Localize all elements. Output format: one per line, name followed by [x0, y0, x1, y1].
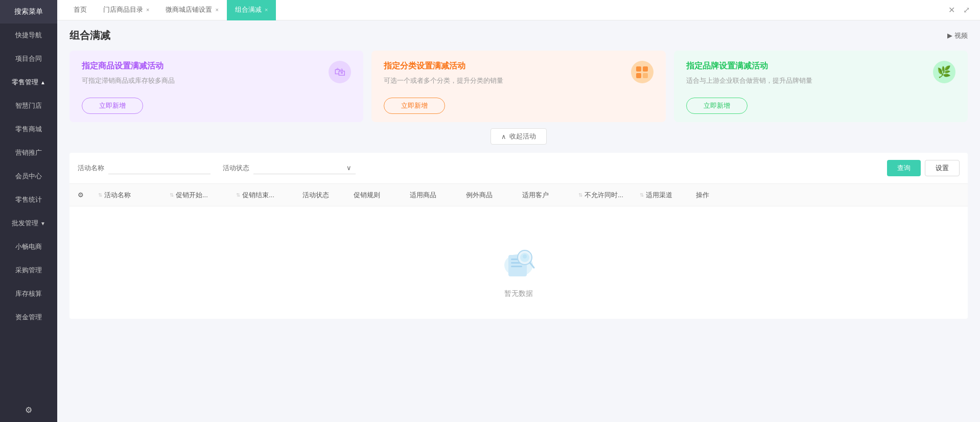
sort-icon-start: ⇅ [170, 192, 174, 198]
page-title: 组合满减 [69, 29, 110, 42]
filter-status: 活动状态 ∨ [223, 162, 356, 174]
sidebar-item-project-contract[interactable]: 项目合同 [0, 47, 57, 71]
sidebar-settings[interactable]: ⚙ [0, 398, 57, 422]
sidebar-item-member-center[interactable]: 会员中心 [0, 165, 57, 188]
empty-icon [493, 237, 544, 283]
chevron-down-icon: ▼ [40, 221, 45, 226]
empty-state: 暂无数据 [69, 206, 968, 319]
sidebar-item-xiaochangec[interactable]: 小畅电商 [0, 235, 57, 259]
play-icon: ▶ [947, 32, 952, 39]
close-window-button[interactable]: ✕ [946, 3, 957, 17]
sidebar-item-retail-mall[interactable]: 零售商城 [0, 118, 57, 141]
collapse-bar: ∧ 收起活动 [69, 128, 968, 145]
tab-bar: 首页 门店商品目录 × 微商城店铺设置 × 组合满减 × ✕ ⤢ [57, 0, 980, 20]
grid-cell-tl [636, 66, 641, 72]
th-rule: 促销规则 [349, 191, 406, 200]
expand-window-button[interactable]: ⤢ [961, 3, 972, 17]
th-goods: 适用商品 [406, 191, 462, 200]
main-area: 首页 门店商品目录 × 微商城店铺设置 × 组合满减 × ✕ ⤢ 组合满减 ▶ … [57, 0, 980, 422]
card-category: 指定分类设置满减活动 可选一个或者多个分类，提升分类的销量 立即新增 [371, 51, 665, 122]
card-brand-icon: 🌿 [933, 61, 955, 83]
empty-text: 暂无数据 [504, 289, 533, 298]
sort-icon-noallow: ⇅ [578, 192, 582, 198]
card-product-btn[interactable]: 立即新增 [82, 98, 143, 114]
filter-row: 活动名称 活动状态 ∨ 查询 设置 [69, 153, 968, 184]
tab-close-combo-discount[interactable]: × [265, 7, 268, 13]
sidebar-search[interactable]: 搜索菜单 [0, 0, 57, 24]
card-brand: 指定品牌设置满减活动 适合与上游企业联合做营销，提升品牌销量 🌿 立即新增 [674, 51, 968, 122]
table-header: ⚙ ⇅ 活动名称 ⇅ 促销开始... ⇅ 促销结束... 活动状态 [69, 184, 968, 206]
filter-name-label: 活动名称 [78, 163, 104, 173]
tab-close-store-catalog[interactable]: × [146, 7, 149, 13]
sort-icon-channel: ⇅ [640, 192, 644, 198]
card-category-title: 指定分类设置满减活动 [384, 61, 653, 72]
tab-combo-discount[interactable]: 组合满减 × [227, 0, 276, 20]
th-start[interactable]: ⇅ 促销开始... [166, 191, 232, 200]
svg-rect-4 [511, 266, 522, 267]
filter-status-label: 活动状态 [223, 163, 249, 173]
sidebar-item-retail-mgmt[interactable]: 零售管理 ▲ [0, 71, 57, 94]
tab-close-wechat-store[interactable]: × [215, 7, 218, 13]
setting-button[interactable]: 设置 [925, 160, 960, 176]
card-product: 指定商品设置满减活动 可指定滞销商品或库存较多商品 🛍 立即新增 [69, 51, 363, 122]
filter-actions: 查询 设置 [887, 160, 960, 176]
sidebar-item-capital-mgmt[interactable]: 资金管理 [0, 306, 57, 329]
card-product-desc: 可指定滞销商品或库存较多商品 [82, 76, 351, 91]
th-noallow[interactable]: ⇅ 不允许同时... [574, 191, 636, 200]
sort-icon-name: ⇅ [98, 192, 102, 198]
sidebar: 搜索菜单 快捷导航 项目合同 零售管理 ▲ 智慧门店 零售商城 营销推广 会员中… [0, 0, 57, 422]
grid-cell-tr [643, 66, 648, 72]
th-gear[interactable]: ⚙ [74, 191, 94, 199]
th-status: 活动状态 [298, 191, 349, 200]
chevron-down-icon: ∨ [346, 164, 352, 172]
th-channel[interactable]: ⇅ 适用渠道 [636, 191, 692, 200]
chevron-up-icon: ▲ [40, 80, 45, 85]
th-op: 操作 [692, 191, 964, 200]
grid-cell-bl [636, 73, 641, 78]
table-wrap: ⚙ ⇅ 活动名称 ⇅ 促销开始... ⇅ 促销结束... 活动状态 [69, 184, 968, 319]
th-name[interactable]: ⇅ 活动名称 [94, 191, 166, 200]
tab-store-catalog[interactable]: 门店商品目录 × [95, 0, 157, 20]
card-brand-btn[interactable]: 立即新增 [686, 98, 748, 114]
query-button[interactable]: 查询 [887, 160, 921, 176]
card-brand-desc: 适合与上游企业联合做营销，提升品牌销量 [686, 76, 955, 91]
card-product-title: 指定商品设置满减活动 [82, 61, 351, 72]
card-brand-title: 指定品牌设置满减活动 [686, 61, 955, 72]
sidebar-item-purchase-mgmt[interactable]: 采购管理 [0, 259, 57, 282]
th-exclude: 例外商品 [462, 191, 518, 200]
sidebar-item-quick-nav[interactable]: 快捷导航 [0, 24, 57, 47]
tab-home[interactable]: 首页 [65, 0, 95, 20]
sort-icon-end: ⇅ [236, 192, 240, 198]
sidebar-item-retail-stats[interactable]: 零售统计 [0, 188, 57, 212]
tab-wechat-store[interactable]: 微商城店铺设置 × [157, 0, 226, 20]
filter-name: 活动名称 [78, 162, 211, 174]
sidebar-item-marketing[interactable]: 营销推广 [0, 141, 57, 165]
sidebar-item-wholesale-mgmt[interactable]: 批发管理 ▼ [0, 212, 57, 235]
filter-status-select[interactable]: ∨ [253, 162, 356, 174]
sidebar-item-smart-store[interactable]: 智慧门店 [0, 94, 57, 118]
video-link[interactable]: ▶ 视频 [947, 31, 968, 40]
th-customer: 适用客户 [518, 191, 574, 200]
filter-name-input[interactable] [108, 162, 211, 174]
svg-point-8 [523, 254, 527, 259]
cards-row: 指定商品设置满减活动 可指定滞销商品或库存较多商品 🛍 立即新增 指定分类设置满… [69, 51, 968, 122]
page-content: 组合满减 ▶ 视频 指定商品设置满减活动 可指定滞销商品或库存较多商品 🛍 立即… [57, 20, 980, 422]
th-end[interactable]: ⇅ 促销结束... [232, 191, 298, 200]
chevron-up-icon: ∧ [501, 133, 506, 140]
page-header: 组合满减 ▶ 视频 [69, 29, 968, 42]
collapse-activities-button[interactable]: ∧ 收起活动 [491, 128, 547, 145]
tab-bar-actions: ✕ ⤢ [946, 3, 972, 17]
card-product-icon: 🛍 [329, 61, 351, 83]
sidebar-item-inventory[interactable]: 库存核算 [0, 282, 57, 306]
grid-cell-br [643, 73, 648, 78]
card-category-btn[interactable]: 立即新增 [384, 98, 445, 114]
card-category-desc: 可选一个或者多个分类，提升分类的销量 [384, 76, 653, 91]
card-category-icon [631, 61, 654, 83]
